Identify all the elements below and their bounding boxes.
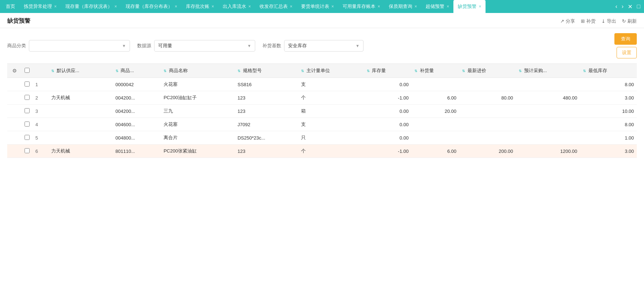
row-stock: -1.00	[364, 91, 412, 105]
tab-close-1[interactable]: ×	[54, 4, 57, 9]
row-supplier: 力天机械	[48, 91, 113, 105]
col-product-code[interactable]: ⇅ 商品...	[113, 64, 161, 78]
export-button[interactable]: ⤓ 导出	[601, 18, 616, 25]
row-min-stock: 1.00	[580, 131, 637, 145]
tab-6[interactable]: 收发存汇总表 ×	[255, 0, 297, 13]
col-settings[interactable]: ⚙	[7, 64, 22, 78]
row-checkbox-cell[interactable]	[22, 118, 32, 131]
tab-close-9[interactable]: ×	[414, 4, 417, 9]
table-header-row: ⚙ ⇅ 默认供应... ⇅ 商品... ⇅ 商品名称	[7, 64, 637, 78]
tab-11[interactable]: 缺货预警 ×	[453, 0, 486, 13]
tab-close-4[interactable]: ×	[212, 4, 214, 9]
replenish-basis-select[interactable]: 安全库存 ▼	[284, 40, 364, 52]
sort-icon-price: ⇅	[462, 69, 465, 73]
row-checkbox-cell[interactable]	[22, 145, 32, 158]
filter-right-actions: 查询 设置	[614, 33, 637, 58]
query-button[interactable]: 查询	[614, 33, 637, 45]
row-unit: 箱	[298, 105, 364, 118]
sort-icon-supplier: ⇅	[51, 69, 54, 73]
tab-10[interactable]: 超储预警 ×	[421, 0, 453, 13]
tab-close-8[interactable]: ×	[378, 4, 380, 9]
tab-prev-btn[interactable]: ‹	[613, 0, 619, 13]
sort-icon-min: ⇅	[583, 69, 586, 73]
row-id-num: 2	[32, 91, 48, 105]
sort-icon-est: ⇅	[519, 69, 522, 73]
tab-close-7[interactable]: ×	[331, 4, 334, 9]
row-stock: 0.00	[364, 118, 412, 131]
row-checkbox[interactable]	[25, 122, 30, 127]
col-est-purchase[interactable]: ⇅ 预计采购...	[516, 64, 580, 78]
row-replenish-qty	[412, 118, 459, 131]
share-button[interactable]: ↗ 分享	[560, 18, 575, 25]
datasource-select[interactable]: 可用量 ▼	[154, 40, 255, 52]
share-icon: ↗	[560, 18, 564, 24]
col-unit[interactable]: ⇅ 主计量单位	[298, 64, 364, 78]
row-checkbox[interactable]	[25, 108, 30, 113]
tab-7[interactable]: 要货单统计表 ×	[297, 0, 338, 13]
col-checkbox[interactable]	[22, 64, 32, 78]
col-product-name[interactable]: ⇅ 商品名称	[161, 64, 235, 78]
row-checkbox-cell[interactable]	[22, 105, 32, 118]
col-latest-price[interactable]: ⇅ 最新进价	[459, 64, 516, 78]
row-checkbox-cell[interactable]	[22, 78, 32, 91]
tab-1[interactable]: 拣货异常处理 ×	[19, 0, 61, 13]
col-replenish-qty[interactable]: ⇅ 补货量	[412, 64, 459, 78]
col-min-stock[interactable]: ⇅ 最低库存	[580, 64, 637, 78]
row-checkbox[interactable]	[25, 95, 30, 100]
tab-5[interactable]: 出入库流水 ×	[218, 0, 255, 13]
category-select[interactable]: ▼	[29, 40, 130, 52]
row-checkbox-cell[interactable]	[22, 91, 32, 105]
header-actions: ↗ 分享 ⊞ 补货 ⤓ 导出 ↻ 刷新	[560, 18, 637, 25]
row-min-stock: 3.00	[580, 145, 637, 158]
tab-4[interactable]: 库存批次账 ×	[182, 0, 218, 13]
row-checkbox[interactable]	[25, 148, 30, 153]
tab-maximize-btn[interactable]: □	[635, 0, 643, 13]
tab-close-10[interactable]: ×	[447, 4, 449, 9]
row-spec: 123	[235, 145, 298, 158]
col-spec[interactable]: ⇅ 规格型号	[235, 64, 298, 78]
table-row: 3 004200... 三九 123 箱 0.00 20.00 10.00	[7, 105, 637, 118]
select-all-checkbox[interactable]	[25, 68, 30, 73]
row-latest-price	[459, 105, 516, 118]
tab-3[interactable]: 现存量（库存分布表） ×	[121, 0, 182, 13]
table-container: ⚙ ⇅ 默认供应... ⇅ 商品... ⇅ 商品名称	[0, 63, 644, 158]
row-product-code: 004200...	[113, 105, 161, 118]
replenish-button[interactable]: ⊞ 补货	[581, 18, 596, 25]
tab-next-btn[interactable]: ›	[619, 0, 626, 13]
row-spec: DS250*23c...	[235, 131, 298, 145]
tab-home[interactable]: 首页	[1, 0, 19, 13]
row-product-code: 0000042	[113, 78, 161, 91]
sort-icon-code: ⇅	[116, 69, 118, 73]
row-latest-price	[459, 118, 516, 131]
row-checkbox[interactable]	[25, 135, 30, 140]
refresh-button[interactable]: ↻ 刷新	[622, 18, 637, 25]
tab-2[interactable]: 现存量（库存状况表） ×	[61, 0, 121, 13]
row-supplier	[48, 131, 113, 145]
settings-button[interactable]: 设置	[617, 47, 637, 58]
row-checkbox[interactable]	[25, 81, 30, 87]
tab-9[interactable]: 保质期查询 ×	[384, 0, 421, 13]
table-row: 2 力天机械 004200... PC200油缸缸子 123 个 -1.00 6…	[7, 91, 637, 105]
row-settings-cell	[7, 118, 22, 131]
col-stock[interactable]: ⇅ 库存量	[364, 64, 412, 78]
gear-icon[interactable]: ⚙	[12, 68, 17, 74]
refresh-icon: ↻	[622, 18, 626, 24]
tab-close-11[interactable]: ×	[479, 4, 481, 9]
tab-close-5[interactable]: ×	[248, 4, 251, 9]
row-product-code: 004800...	[113, 131, 161, 145]
row-checkbox-cell[interactable]	[22, 131, 32, 145]
row-settings-cell	[7, 91, 22, 105]
row-est-purchase	[516, 118, 580, 131]
sort-icon-spec: ⇅	[238, 69, 240, 73]
row-unit: 个	[298, 91, 364, 105]
col-default-supplier[interactable]: ⇅ 默认供应...	[48, 64, 113, 78]
tab-close-3[interactable]: ×	[175, 4, 177, 9]
replenish-basis-filter-group: 补货基数 安全库存 ▼	[262, 40, 364, 52]
data-table: ⚙ ⇅ 默认供应... ⇅ 商品... ⇅ 商品名称	[7, 63, 637, 158]
tab-8[interactable]: 可用量库存账本 ×	[338, 0, 384, 13]
tab-close-2[interactable]: ×	[114, 4, 117, 9]
row-unit: 只	[298, 131, 364, 145]
row-settings-cell	[7, 105, 22, 118]
tab-close-all-btn[interactable]: ✕	[626, 0, 635, 13]
tab-close-6[interactable]: ×	[290, 4, 292, 9]
